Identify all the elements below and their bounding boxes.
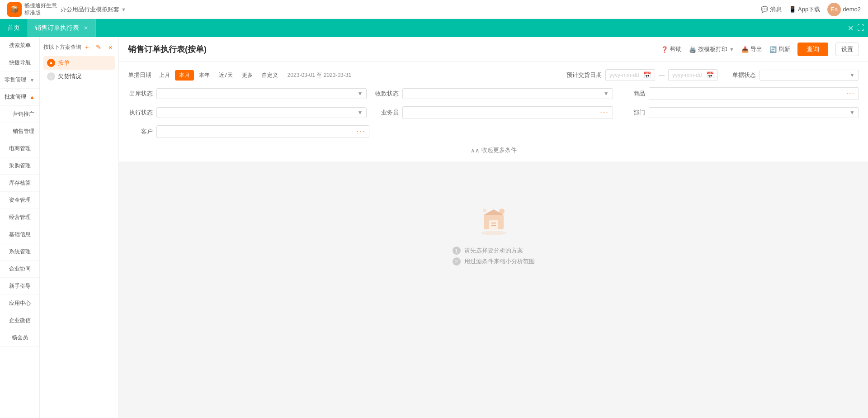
svg-rect-3 (489, 220, 498, 229)
left-panel-item-shortage[interactable]: ○ 欠货情况 (43, 70, 115, 83)
tip-num-1: 1 (453, 247, 461, 255)
left-panel-collapse-button[interactable]: « (106, 43, 115, 52)
finance-label: 资金管理 (9, 197, 31, 203)
shipment-status-select[interactable]: ▼ (156, 88, 367, 99)
tab-home-label: 首页 (7, 24, 20, 32)
customer-dots-icon[interactable]: ··· (356, 128, 365, 136)
customer-filter-cell: 客户 ··· (128, 125, 369, 138)
exec-arrow-icon: ▼ (357, 109, 363, 116)
wechat-label: 企业微信 (9, 317, 31, 323)
sidebar-item-finance[interactable]: 资金管理 (0, 192, 39, 209)
left-panel-add-button[interactable]: + (82, 43, 91, 52)
sidebar-item-inventory[interactable]: 库存核算 (0, 175, 39, 192)
settings-label: 设置 (841, 46, 853, 52)
app-download-button[interactable]: 📱 App下载 (789, 5, 820, 14)
query-button[interactable]: 查询 (797, 43, 828, 56)
app-center-label: 应用中心 (9, 300, 31, 306)
salesperson-dots-icon[interactable]: ··· (600, 109, 609, 117)
left-panel-item-by-order[interactable]: ● 按单 (43, 56, 115, 70)
shipment-filter-cell: 出库状态 ▼ (128, 87, 367, 100)
filter-row-3: 执行状态 ▼ 业务员 ··· 部门 (128, 106, 859, 119)
retail-label: 零售管理 (5, 76, 26, 84)
tip-text-2: 用过滤条件来缩小分析范围 (464, 257, 535, 266)
sidebar-item-guide[interactable]: 新手引导 (0, 278, 39, 295)
receipt-status-select[interactable]: ▼ (402, 88, 613, 99)
sidebar-item-retail[interactable]: 零售管理 ▼ (0, 71, 39, 89)
left-panel: 按以下方案查询 + ✎ « ● 按单 ○ (40, 37, 119, 418)
sidebar-item-search[interactable]: 搜索菜单 (0, 37, 39, 54)
tab-home[interactable]: 首页 (0, 19, 28, 37)
tab-close-icon[interactable]: ✕ (84, 25, 88, 31)
sidebar-item-wholesale[interactable]: 批发管理 ▲ (0, 89, 39, 106)
print-button[interactable]: 🖨️ 按模板打印 ▼ (689, 45, 734, 53)
order-status-label: 单据状态 (732, 71, 756, 79)
sidebar-item-collab[interactable]: 企业协同 (0, 261, 39, 278)
left-panel-edit-button[interactable]: ✎ (94, 43, 103, 52)
sidebar-item-purchase[interactable]: 采购管理 (0, 157, 39, 175)
tab-expand-button[interactable]: ⛶ (857, 24, 864, 32)
date-btn-more[interactable]: 更多 (238, 70, 257, 81)
wholesale-arrow-icon: ▲ (29, 94, 35, 100)
goods-dots-icon[interactable]: ··· (846, 90, 855, 98)
tab-sales-exec[interactable]: 销售订单执行表 ✕ (28, 19, 96, 37)
expected-date-start-input[interactable]: yyyy-mm-dd 📅 (605, 69, 655, 81)
breadcrumb-text: 办公用品行业模拟账套 (61, 5, 119, 14)
help-button[interactable]: ❓ 帮助 (661, 45, 682, 53)
goods-select[interactable]: ··· (649, 87, 859, 100)
settings-button[interactable]: 设置 (835, 43, 859, 56)
page-header: 销售订单执行表(按单) ❓ 帮助 🖨️ 按模板打印 ▼ 📥 导出 (119, 37, 868, 62)
dept-select[interactable]: ▼ (649, 107, 859, 118)
sidebar-item-basic-info[interactable]: 基础信息 (0, 226, 39, 243)
user-profile[interactable]: Ea demo2 (827, 3, 861, 16)
expected-date-end-input[interactable]: yyyy-mm-dd 📅 (668, 69, 718, 81)
print-label: 按模板打印 (698, 45, 727, 53)
date-btn-this-month[interactable]: 本月 (175, 70, 194, 81)
exec-status-select[interactable]: ▼ (156, 107, 367, 118)
order-status-select[interactable]: ▼ (760, 70, 859, 81)
dept-filter-cell: 部门 ▼ (620, 106, 859, 119)
empty-tip-2: 2 用过滤条件来缩小分析范围 (453, 257, 535, 266)
customer-select[interactable]: ··· (156, 125, 369, 138)
export-button[interactable]: 📥 导出 (741, 45, 762, 53)
date-btn-this-year[interactable]: 本年 (195, 70, 214, 81)
export-icon: 📥 (741, 46, 749, 53)
sidebar-item-quick-nav[interactable]: 快捷导航 (0, 54, 39, 71)
print-icon: 🖨️ (689, 46, 696, 53)
sidebar-item-marketing[interactable]: 营销推广 (0, 106, 39, 123)
filter-area: 单据日期 上月 本月 本年 近7天 更多 自定义 2023-03-01 至 20… (119, 62, 868, 162)
purchase-label: 采购管理 (9, 162, 31, 169)
help-icon: ❓ (661, 46, 668, 53)
shipment-label: 出库状态 (128, 90, 153, 98)
tab-close-window-button[interactable]: ✕ (848, 24, 854, 33)
date-label: 单据日期 (128, 71, 151, 79)
empty-state: 1 请先选择要分析的方案 2 用过滤条件来缩小分析范围 (119, 165, 868, 302)
breadcrumb-arrow-icon[interactable]: ▼ (121, 7, 126, 12)
collapse-more-button[interactable]: ∧∧ 收起更多条件 (128, 144, 859, 158)
refresh-button[interactable]: 🔄 刷新 (769, 45, 790, 53)
salesperson-select[interactable]: ··· (402, 106, 613, 119)
date-btn-last-month[interactable]: 上月 (155, 70, 174, 81)
message-button[interactable]: 💬 消息 (761, 5, 782, 14)
date-btn-7-days[interactable]: 近7天 (215, 70, 237, 81)
app-download-label: App下载 (798, 5, 820, 14)
operation-label: 经营管理 (9, 214, 31, 220)
sidebar-item-sales[interactable]: 销售管理 (0, 123, 39, 140)
retail-arrow-icon: ▼ (29, 77, 35, 83)
empty-tip-1: 1 请先选择要分析的方案 (453, 247, 535, 255)
sidebar-item-operation[interactable]: 经营管理 (0, 209, 39, 226)
sidebar-item-app-center[interactable]: 应用中心 (0, 295, 39, 312)
receipt-arrow-icon: ▼ (604, 90, 609, 97)
top-bar: 📦 畅捷通好生意 标准版 办公用品行业模拟账套 ▼ 💬 消息 📱 App下载 E… (0, 0, 868, 19)
sidebar-item-member[interactable]: 畅会员 (0, 329, 39, 347)
sidebar-item-system[interactable]: 系统管理 (0, 243, 39, 261)
date-range-text: 2023-03-01 至 2023-03-31 (288, 71, 351, 79)
date-separator: — (659, 72, 665, 79)
by-order-icon: ● (47, 59, 55, 67)
member-label: 畅会员 (12, 334, 28, 341)
sidebar-item-wechat[interactable]: 企业微信 (0, 312, 39, 329)
date-btn-custom[interactable]: 自定义 (258, 70, 282, 81)
sidebar-item-ecommerce[interactable]: 电商管理 (0, 140, 39, 157)
expected-date-start-placeholder: yyyy-mm-dd (609, 72, 639, 78)
main-content: 销售订单执行表(按单) ❓ 帮助 🖨️ 按模板打印 ▼ 📥 导出 (119, 37, 868, 418)
system-label: 系统管理 (9, 248, 31, 255)
